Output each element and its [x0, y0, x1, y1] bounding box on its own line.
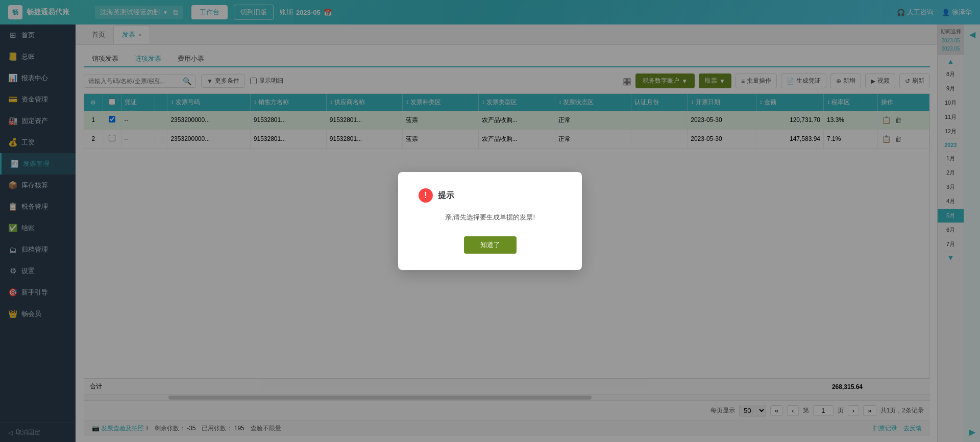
- modal-title: 提示: [438, 190, 454, 201]
- modal-box: ! 提示 亲,请先选择要生成单据的发票! 知道了: [398, 172, 582, 270]
- modal-footer: 知道了: [419, 236, 561, 254]
- modal-warning-icon: !: [419, 188, 433, 203]
- modal-body: 亲,请先选择要生成单据的发票!: [419, 213, 561, 222]
- modal-header: ! 提示: [419, 188, 561, 203]
- modal-message: 亲,请先选择要生成单据的发票!: [445, 213, 535, 221]
- modal-confirm-button[interactable]: 知道了: [464, 236, 517, 254]
- modal-overlay: ! 提示 亲,请先选择要生成单据的发票! 知道了: [0, 0, 980, 442]
